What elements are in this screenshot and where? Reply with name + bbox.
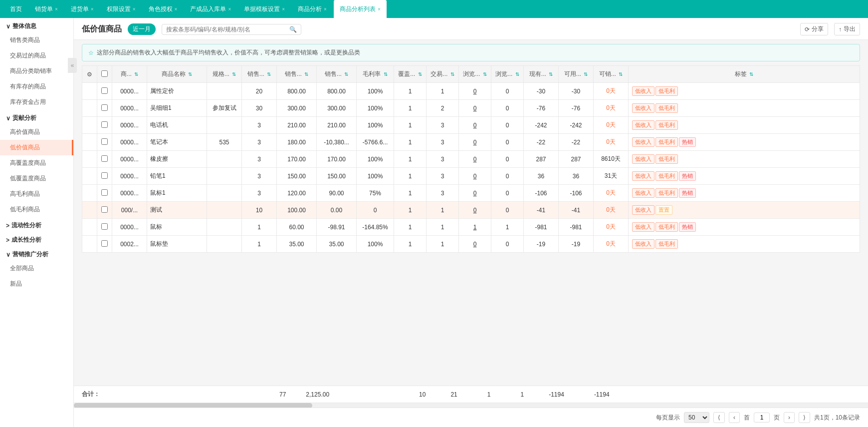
sidebar-item-traded-goods[interactable]: 交易过的商品 (0, 48, 73, 63)
sidebar-item-sales-goods[interactable]: 销售类商品 (0, 32, 73, 48)
close-icon[interactable]: × (282, 6, 285, 12)
browse-link[interactable]: 0 (473, 190, 477, 197)
browse-link[interactable]: 0 (473, 207, 477, 214)
td-checkbox[interactable] (97, 117, 112, 134)
close-icon[interactable]: × (91, 6, 94, 12)
sidebar-item-high-value[interactable]: 高价值商品 (0, 124, 73, 140)
td-browse1[interactable]: 1 (459, 219, 491, 236)
td-checkbox[interactable] (97, 202, 112, 219)
th-trade[interactable]: 交易... ⇅ (427, 66, 459, 83)
th-coverage[interactable]: 覆盖... ⇅ (394, 66, 427, 83)
th-sales2[interactable]: 销售... ⇅ (277, 66, 317, 83)
td-checkbox[interactable] (97, 100, 112, 117)
export-button[interactable]: ↑ 导出 (834, 23, 860, 35)
close-icon[interactable]: × (55, 6, 58, 12)
sidebar-item-capital[interactable]: 库存资金占用 (0, 94, 73, 110)
browse-link[interactable]: 0 (473, 122, 477, 129)
td-checkbox[interactable] (97, 151, 112, 168)
td-checkbox[interactable] (97, 185, 112, 202)
browse-link[interactable]: 0 (473, 88, 477, 95)
td-checkbox[interactable] (97, 83, 112, 100)
nav-goods-analysis-list[interactable]: 商品分析列表 × (334, 0, 387, 18)
th-code[interactable]: 商... ⇅ (112, 66, 147, 83)
th-margin[interactable]: 毛利率 ⇅ (357, 66, 394, 83)
sidebar-collapse-btn[interactable]: « (68, 58, 77, 73)
row-checkbox[interactable] (101, 138, 108, 145)
sidebar-item-high-margin[interactable]: 高毛利商品 (0, 186, 73, 202)
share-button[interactable]: ⟳ 分享 (800, 23, 828, 35)
td-browse1[interactable]: 0 (459, 168, 491, 185)
th-browse2[interactable]: 浏览... ⇅ (491, 66, 524, 83)
td-browse1[interactable]: 0 (459, 185, 491, 202)
row-checkbox[interactable] (101, 240, 108, 247)
nav-goods-analysis[interactable]: 商品分析 × (292, 0, 333, 18)
th-browse1[interactable]: 浏览... ⇅ (459, 66, 491, 83)
row-checkbox[interactable] (101, 121, 108, 128)
per-page-select[interactable]: 50 100 200 (684, 412, 709, 423)
sidebar-group-liquidity[interactable]: > 流动性分析 (0, 217, 73, 232)
row-checkbox[interactable] (101, 104, 108, 111)
row-checkbox[interactable] (101, 206, 108, 213)
close-icon[interactable]: × (228, 6, 231, 12)
th-spec[interactable]: 规格... ⇅ (207, 66, 242, 83)
td-browse1[interactable]: 0 (459, 202, 491, 219)
td-browse1[interactable]: 0 (459, 117, 491, 134)
td-checkbox[interactable] (97, 236, 112, 253)
nav-sales-order[interactable]: 销货单 × (29, 0, 64, 18)
close-icon[interactable]: × (378, 6, 381, 12)
sidebar-group-marketing[interactable]: ∨ 营销推广分析 (0, 246, 73, 261)
th-stock3[interactable]: 可销... ⇅ (594, 66, 629, 83)
browse-link[interactable]: 0 (473, 139, 477, 146)
sidebar-group-growth[interactable]: > 成长性分析 (0, 232, 73, 246)
browse-link[interactable]: 0 (473, 241, 477, 248)
browse-link[interactable]: 0 (473, 156, 477, 163)
browse-link[interactable]: 1 (473, 224, 477, 231)
td-browse1[interactable]: 0 (459, 236, 491, 253)
th-sales3[interactable]: 销售... ⇅ (317, 66, 357, 83)
row-checkbox[interactable] (101, 189, 108, 196)
close-icon[interactable]: × (324, 6, 327, 12)
sidebar-item-stock-goods[interactable]: 有库存的商品 (0, 79, 73, 94)
th-stock2[interactable]: 可用... ⇅ (559, 66, 594, 83)
sidebar-item-category-rate[interactable]: 商品分类助销率 (0, 63, 73, 79)
row-checkbox[interactable] (101, 172, 108, 179)
select-all-checkbox[interactable] (101, 70, 108, 77)
page-input[interactable] (754, 413, 770, 423)
browse-link[interactable]: 0 (473, 105, 477, 112)
sidebar-item-new-goods[interactable]: 新品 (0, 276, 73, 292)
td-checkbox[interactable] (97, 168, 112, 185)
close-icon[interactable]: × (133, 6, 136, 12)
search-icon[interactable]: 🔍 (289, 26, 297, 33)
sidebar-item-all-goods[interactable]: 全部商品 (0, 261, 73, 276)
sidebar-item-high-coverage[interactable]: 高覆盖度商品 (0, 155, 73, 171)
time-filter-btn[interactable]: 近一月 (128, 23, 156, 35)
row-checkbox[interactable] (101, 87, 108, 94)
horizontal-scrollbar[interactable] (74, 403, 868, 408)
th-gear[interactable]: ⚙ (82, 66, 97, 83)
th-tags[interactable]: 标签 ⇅ (629, 66, 860, 83)
sidebar-group-overall[interactable]: ∨ 整体信息 (0, 18, 73, 32)
browse-link[interactable]: 0 (473, 173, 477, 180)
first-page-btn[interactable]: ⟨ (713, 412, 725, 423)
td-browse1[interactable]: 0 (459, 134, 491, 151)
sidebar-item-low-coverage[interactable]: 低覆盖度商品 (0, 171, 73, 186)
close-icon[interactable]: × (175, 6, 178, 12)
td-checkbox[interactable] (97, 219, 112, 236)
td-browse1[interactable]: 0 (459, 151, 491, 168)
nav-role-auth[interactable]: 角色授权 × (143, 0, 184, 18)
row-checkbox[interactable] (101, 155, 108, 162)
nav-home[interactable]: 首页 (4, 0, 28, 18)
nav-permissions[interactable]: 权限设置 × (101, 0, 142, 18)
td-browse1[interactable]: 0 (459, 100, 491, 117)
nav-purchase-order[interactable]: 进货单 × (65, 0, 100, 18)
prev-page-btn[interactable]: ‹ (729, 412, 740, 423)
th-name[interactable]: 商品名称 ⇅ (147, 66, 207, 83)
sidebar-item-low-value[interactable]: 低价值商品 (0, 140, 73, 155)
sidebar-item-low-margin[interactable]: 低毛利商品 (0, 202, 73, 217)
last-page-btn[interactable]: ⟩ (799, 412, 810, 423)
row-checkbox[interactable] (101, 223, 108, 230)
search-input[interactable] (166, 26, 286, 33)
th-sales1[interactable]: 销售... ⇅ (242, 66, 277, 83)
nav-template-settings[interactable]: 单据模板设置 × (238, 0, 291, 18)
nav-finished-goods[interactable]: 产成品入库单 × (184, 0, 237, 18)
